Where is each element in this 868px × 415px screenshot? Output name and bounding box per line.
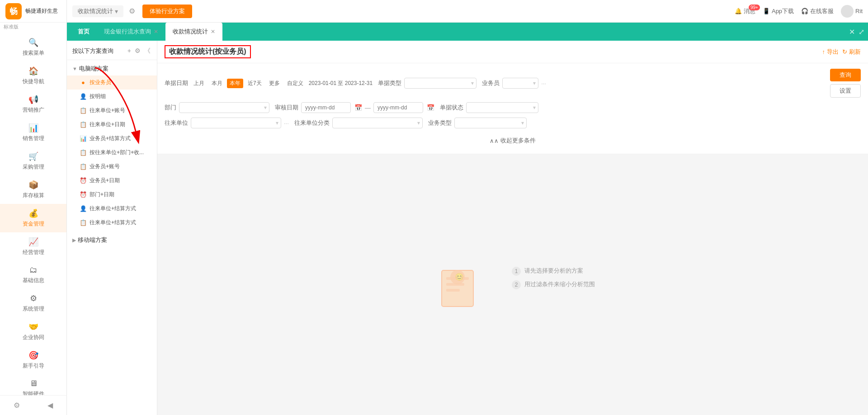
tabs-right-actions: ✕ ⤢	[849, 28, 864, 36]
marketing-icon: 📢	[28, 94, 38, 104]
scheme-item-unit-account[interactable]: 📋 往来单位+账号	[67, 104, 157, 118]
bell-icon: 🔔	[735, 8, 742, 14]
export-button[interactable]: ↑ 导出	[822, 48, 839, 56]
scheme-group-desktop-header[interactable]: ▼ 电脑端方案	[67, 62, 157, 75]
refresh-button[interactable]: ↻ 刷新	[842, 48, 861, 56]
scheme-icon-unit-dept: 📋	[80, 149, 87, 156]
tab-bank[interactable]: 现金银行流水查询 ✕	[97, 23, 165, 41]
scheme-item-salesman-settle[interactable]: 📊 业务员+结算方式	[67, 132, 157, 146]
tab-bank-close-icon[interactable]: ✕	[154, 28, 158, 35]
salesman-select[interactable]	[502, 78, 538, 89]
filter-review-date-item: 审核日期 📅 — 📅	[275, 102, 434, 113]
phone-icon: 📱	[763, 8, 770, 14]
scheme-item-by-detail[interactable]: 👤 按明细	[67, 90, 157, 104]
scheme-icon-dept-date: ⏰	[80, 191, 87, 198]
scheme-settings-btn[interactable]: ⚙	[134, 46, 142, 56]
notifications-btn[interactable]: 🔔 消息 99+	[735, 7, 755, 15]
sidebar-item-purchase[interactable]: 🛒 采购管理	[0, 147, 66, 175]
sidebar-item-marketing[interactable]: 📢 营销推广	[0, 90, 66, 118]
sidebar-item-hardware[interactable]: 🖥 智能硬件	[0, 374, 66, 395]
sidebar-item-guide[interactable]: 🎯 新手引导	[0, 346, 66, 374]
sidebar-item-label: 销售管理	[23, 135, 44, 142]
avatar-image	[841, 5, 854, 18]
sidebar-item-label: 库存核算	[23, 192, 44, 199]
add-scheme-btn[interactable]: +	[127, 46, 132, 56]
solution-button[interactable]: 体验行业方案	[142, 5, 192, 18]
salesman-more-icon[interactable]: ···	[541, 80, 546, 87]
date-tab-this-year[interactable]: 本年	[227, 79, 243, 88]
voucher-type-select[interactable]	[404, 78, 476, 89]
sidebar-item-sales[interactable]: 📊 销售管理	[0, 118, 66, 147]
quicknav-icon: 🏠	[28, 66, 38, 76]
logo-text: 畅捷通好生意	[25, 8, 58, 15]
calendar-from-icon[interactable]: 📅	[354, 104, 362, 111]
filter-voucher-status-item: 单据状态 ▾	[440, 102, 538, 113]
breadcrumb-text: 收款情况统计	[78, 7, 113, 15]
voucher-type-label: 单据类型	[378, 79, 401, 87]
scheme-item-unit-settle2[interactable]: 📋 往来单位+结算方式	[67, 216, 157, 230]
review-date-from-input[interactable]	[301, 102, 351, 113]
business-type-label: 业务类型	[428, 119, 452, 127]
app-download-btn[interactable]: 📱 App下载	[763, 7, 794, 15]
query-button[interactable]: 查询	[830, 69, 861, 81]
scheme-group-desktop: ▼ 电脑端方案 ● 按业务员 👤 按明细 📋 往来单位+账号 📋 往来	[67, 60, 157, 231]
sidebar-item-enterprise[interactable]: 🤝 企业协同	[0, 317, 66, 346]
collapse-more-btn[interactable]: ∧∧ 收起更多条件	[165, 133, 861, 148]
sidebar-item-quicknav[interactable]: 🏠 快捷导航	[0, 61, 66, 90]
tab-close-all-icon[interactable]: ✕	[849, 28, 855, 36]
tab-home[interactable]: 首页	[71, 23, 97, 41]
scheme-item-label: 业务员+账号	[90, 163, 120, 170]
user-avatar[interactable]: Rit	[841, 5, 863, 18]
scheme-item-dept-date[interactable]: ⏰ 部门+日期	[67, 188, 157, 202]
counterpart-select[interactable]	[191, 118, 281, 128]
scheme-item-unit-dept[interactable]: 📋 按往来单位+部门+收...	[67, 146, 157, 160]
counterpart-more-icon[interactable]: ···	[284, 120, 289, 127]
date-tab-this-month[interactable]: 本月	[209, 79, 225, 88]
dept-select[interactable]	[179, 102, 269, 113]
empty-content: 😊 1 请先选择要分析的方案 2 用过滤条件来缩小分析范围	[430, 257, 595, 312]
tab-maximize-icon[interactable]: ⤢	[859, 28, 864, 36]
topbar-gear-icon[interactable]: ⚙	[129, 7, 135, 15]
tab-receipt-close-icon[interactable]: ✕	[211, 28, 215, 35]
scheme-group-mobile-header[interactable]: ▶ 移动端方案	[67, 233, 157, 247]
sidebar-logo-area: 畅 畅捷通好生意	[0, 0, 66, 23]
date-tab-7days[interactable]: 近7天	[245, 79, 264, 88]
date-tab-last-month[interactable]: 上月	[191, 79, 207, 88]
app-download-label: App下载	[772, 7, 794, 15]
date-tab-more[interactable]: 更多	[266, 79, 283, 88]
sidebar-item-finance[interactable]: 💰 资金管理	[0, 204, 66, 232]
sidebar-item-search[interactable]: 🔍 搜索菜单	[0, 33, 66, 61]
filter-business-type-item: 业务类型 ▾	[428, 118, 527, 128]
scheme-icon-salesman-account: 📋	[80, 163, 87, 170]
panel-collapse-btn[interactable]: 《	[143, 46, 151, 56]
scheme-item-salesman-date[interactable]: ⏰ 业务员+日期	[67, 174, 157, 188]
business-type-select[interactable]	[454, 118, 527, 128]
sidebar-item-inventory[interactable]: 📦 库存核算	[0, 175, 66, 204]
filter-area: 单据日期 上月 本月 本年 近7天 更多 自定义 2023-01-01 至 20…	[157, 63, 868, 154]
online-service-btn[interactable]: 🎧 在线客服	[801, 7, 834, 15]
scheme-item-by-salesman[interactable]: ● 按业务员	[67, 75, 157, 90]
sidebar-item-basic[interactable]: 🗂 基础信息	[0, 261, 66, 289]
sidebar-collapse-btn[interactable]: ◀‌‌	[44, 399, 57, 411]
settings-button[interactable]: 设置	[830, 84, 861, 98]
chevron-up-icon: ∧∧	[490, 137, 499, 144]
review-date-to-input[interactable]	[373, 102, 423, 113]
scheme-item-unit-settle1[interactable]: 👤 往来单位+结算方式	[67, 202, 157, 216]
sidebar-item-operation[interactable]: 📈 经营管理	[0, 232, 66, 261]
purchase-icon: 🛒	[28, 151, 38, 161]
tab-receipt[interactable]: 收款情况统计 ✕	[165, 23, 222, 41]
sidebar-item-system[interactable]: ⚙ 系统管理	[0, 289, 66, 317]
breadcrumb-dropdown-icon[interactable]: ▾	[115, 8, 118, 15]
voucher-status-select[interactable]	[466, 102, 538, 113]
date-tab-custom[interactable]: 自定义	[284, 79, 306, 88]
calendar-to-icon[interactable]: 📅	[427, 104, 434, 111]
counterpart-category-select[interactable]	[332, 118, 423, 128]
empty-tips: 1 请先选择要分析的方案 2 用过滤条件来缩小分析范围	[512, 267, 595, 294]
sidebar-edition: 标准版	[0, 23, 66, 31]
scheme-item-salesman-account[interactable]: 📋 业务员+账号	[67, 160, 157, 174]
basic-icon: 🗂	[29, 265, 38, 275]
sidebar-settings-btn[interactable]: ⚙	[10, 399, 24, 411]
sidebar-item-label: 采购管理	[23, 163, 44, 171]
date-tabs: 上月 本月 本年 近7天 更多 自定义	[191, 79, 306, 88]
scheme-item-unit-date[interactable]: 📋 往来单位+日期	[67, 118, 157, 132]
